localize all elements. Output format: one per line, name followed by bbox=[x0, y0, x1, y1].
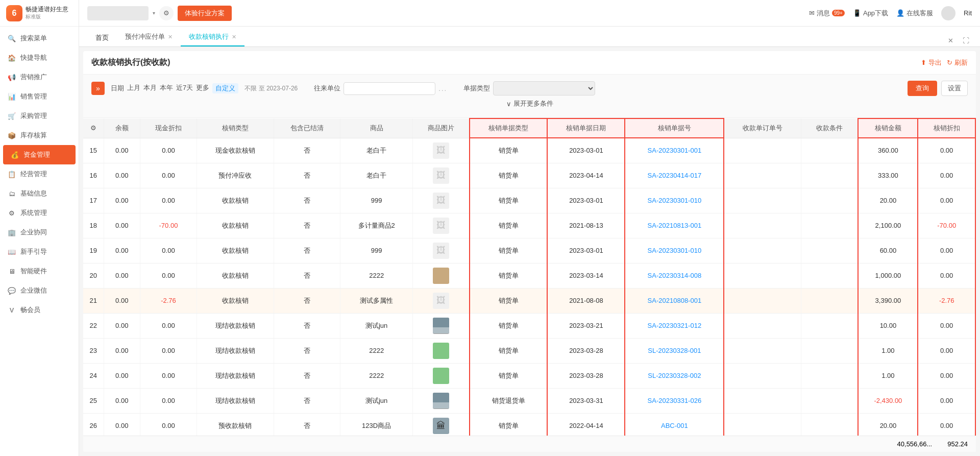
sidebar-item-finance[interactable]: 💰 资金管理 bbox=[3, 145, 76, 164]
sidebar-item-marketing[interactable]: 📢 营销推广 bbox=[0, 67, 79, 87]
sidebar-item-hardware[interactable]: 🖥 智能硬件 bbox=[0, 261, 79, 281]
invoice-no-link[interactable]: SA-20230301-010 bbox=[648, 247, 702, 254]
dropdown-icon[interactable]: ▾ bbox=[153, 10, 155, 16]
sidebar-item-guide[interactable]: 📖 新手引导 bbox=[0, 242, 79, 261]
table-row: 18 0.00 -70.00 收款核销 否 多计量商品2 🖼 销货单 2021-… bbox=[83, 213, 975, 238]
sidebar-label-wechat: 企业微信 bbox=[20, 286, 47, 295]
sidebar-item-wechat[interactable]: 💬 企业微信 bbox=[0, 281, 79, 300]
invoice-no-link[interactable]: SA-20230414-017 bbox=[648, 172, 702, 179]
expand-more-row[interactable]: ∨ 展开更多条件 bbox=[91, 96, 968, 111]
cell-receipt-order bbox=[724, 163, 801, 188]
cell-writeoff-amount: 360.00 bbox=[858, 138, 918, 163]
invoice-no-link[interactable]: SA-20230331-026 bbox=[648, 397, 702, 404]
cell-balance: 0.00 bbox=[104, 238, 140, 263]
invoice-no-link[interactable]: SA-20210813-001 bbox=[648, 222, 702, 229]
online-service-button[interactable]: 👤 在线客服 bbox=[896, 9, 933, 18]
invoice-no-link[interactable]: SA-20230321-012 bbox=[648, 322, 702, 329]
cell-cash-discount: 0.00 bbox=[140, 363, 197, 388]
cell-product-image: 🖼 bbox=[413, 213, 470, 238]
message-label: 消息 bbox=[817, 9, 830, 18]
sidebar-label-shortcut: 快捷导航 bbox=[20, 53, 47, 62]
page-header: 收款核销执行(按收款) ⬆ 导出 ↻ 刷新 bbox=[83, 51, 976, 75]
cell-id: 23 bbox=[83, 338, 104, 363]
trial-button[interactable]: 体验行业方案 bbox=[178, 6, 232, 21]
cell-id: 24 bbox=[83, 363, 104, 388]
date-link-this-year[interactable]: 本年 bbox=[160, 83, 173, 93]
cell-receipt-order bbox=[724, 388, 801, 413]
refresh-button[interactable]: ↻ 刷新 bbox=[947, 58, 968, 67]
cell-receipt-order bbox=[724, 413, 801, 436]
invoice-no-link[interactable]: SA-20230301-010 bbox=[648, 197, 702, 204]
date-link-more[interactable]: 更多 bbox=[196, 83, 209, 93]
partner-filter-input[interactable] bbox=[344, 82, 435, 95]
sidebar-item-shortcut[interactable]: 🏠 快捷导航 bbox=[0, 48, 79, 67]
cell-product-image bbox=[413, 263, 470, 288]
user-avatar[interactable] bbox=[941, 6, 955, 20]
query-button[interactable]: 查询 bbox=[908, 81, 937, 96]
message-button[interactable]: ✉ 消息 99+ bbox=[809, 9, 845, 18]
sidebar-item-operations[interactable]: 📋 经营管理 bbox=[0, 164, 79, 184]
invoice-no-link[interactable]: SL-20230328-002 bbox=[648, 372, 701, 379]
tab-writeoff[interactable]: 收款核销执行 ✕ bbox=[181, 28, 244, 46]
tab-writeoff-close[interactable]: ✕ bbox=[232, 34, 236, 40]
th-invoice-no: 核销单据号 bbox=[625, 118, 724, 138]
sidebar-label-marketing: 营销推广 bbox=[20, 73, 47, 82]
cell-cash-discount: -2.76 bbox=[140, 288, 197, 313]
cell-receipt-order bbox=[724, 263, 801, 288]
sidebar-item-basic[interactable]: 🗂 基础信息 bbox=[0, 184, 79, 203]
invoice-no-link[interactable]: SA-20230301-001 bbox=[648, 147, 702, 154]
date-link-7days[interactable]: 近7天 bbox=[176, 83, 193, 93]
date-link-this-month[interactable]: 本月 bbox=[143, 83, 157, 93]
cell-invoice-type: 销货单 bbox=[470, 363, 547, 388]
th-receipt-order: 收款单订单号 bbox=[724, 118, 801, 138]
sidebar-item-purchase[interactable]: 🛒 采购管理 bbox=[0, 106, 79, 126]
settings-gear-icon[interactable]: ⚙ bbox=[159, 6, 174, 20]
invoice-no-link[interactable]: SL-20230328-001 bbox=[648, 347, 701, 354]
tab-expand-button[interactable]: ⛶ bbox=[960, 34, 972, 46]
cell-balance: 0.00 bbox=[104, 288, 140, 313]
cell-product-image: 🖼 bbox=[413, 188, 470, 213]
cell-receipt-order bbox=[724, 238, 801, 263]
invoice-no-link[interactable]: ABC-001 bbox=[661, 422, 688, 429]
sidebar-item-system[interactable]: ⚙ 系统管理 bbox=[0, 203, 79, 223]
tab-close-button[interactable]: ✕ bbox=[944, 34, 957, 46]
voucher-type-filter: 单据类型 bbox=[463, 81, 595, 95]
export-button[interactable]: ⬆ 导出 bbox=[921, 58, 942, 67]
date-filter: 日期 上月 本月 本年 近7天 更多 自定义 bbox=[111, 83, 238, 93]
cell-writeoff-discount: 0.00 bbox=[918, 188, 975, 213]
voucher-type-select[interactable] bbox=[493, 81, 595, 95]
cell-invoice-date: 2022-04-14 bbox=[547, 413, 625, 436]
header-left: ▾ ⚙ 体验行业方案 bbox=[87, 6, 803, 21]
sidebar-item-enterprise[interactable]: 🏢 企业协同 bbox=[0, 223, 79, 242]
cell-writeoff-discount: -2.76 bbox=[918, 288, 975, 313]
date-link-custom[interactable]: 自定义 bbox=[212, 83, 238, 93]
cell-invoice-date: 2023-03-21 bbox=[547, 313, 625, 338]
sidebar-item-sales[interactable]: 📊 销售管理 bbox=[0, 87, 79, 106]
cell-receipt-condition bbox=[801, 338, 859, 363]
th-gear[interactable]: ⚙ bbox=[83, 118, 104, 138]
invoice-no-link[interactable]: SA-20230314-008 bbox=[648, 272, 702, 279]
cell-id: 19 bbox=[83, 238, 104, 263]
sidebar-item-search[interactable]: 🔍 搜索菜单 bbox=[0, 29, 79, 48]
tab-prepay[interactable]: 预付冲应付单 ✕ bbox=[117, 28, 181, 46]
app-download-button[interactable]: 📱 App下载 bbox=[853, 9, 888, 18]
sidebar-label-basic: 基础信息 bbox=[20, 189, 47, 198]
filter-toggle-button[interactable]: » bbox=[91, 82, 105, 95]
cell-receipt-order bbox=[724, 288, 801, 313]
cell-product: 123D商品 bbox=[340, 413, 413, 436]
invoice-no-link[interactable]: SA-20210808-001 bbox=[648, 297, 702, 304]
marketing-icon: 📢 bbox=[7, 73, 16, 82]
sidebar-item-member[interactable]: V 畅会员 bbox=[0, 300, 79, 320]
cell-invoice-type: 销货单 bbox=[470, 413, 547, 436]
cell-type: 收款核销 bbox=[197, 188, 274, 213]
page-inner: 收款核销执行(按收款) ⬆ 导出 ↻ 刷新 » 日期 bbox=[83, 51, 976, 452]
settings-button[interactable]: 设置 bbox=[941, 81, 968, 96]
cell-writeoff-discount: -70.00 bbox=[918, 213, 975, 238]
cell-invoice-type: 销货单 bbox=[470, 188, 547, 213]
tab-home[interactable]: 首页 bbox=[87, 29, 117, 46]
sidebar: 6 畅捷通谱好生意 标准版 🔍 搜索菜单 🏠 快捷导航 📢 营销推广 📊 销售管… bbox=[0, 0, 79, 456]
date-link-last-month[interactable]: 上月 bbox=[127, 83, 140, 93]
sidebar-label-search: 搜索菜单 bbox=[20, 34, 47, 43]
tab-prepay-close[interactable]: ✕ bbox=[168, 34, 173, 40]
sidebar-item-inventory[interactable]: 📦 库存核算 bbox=[0, 126, 79, 145]
